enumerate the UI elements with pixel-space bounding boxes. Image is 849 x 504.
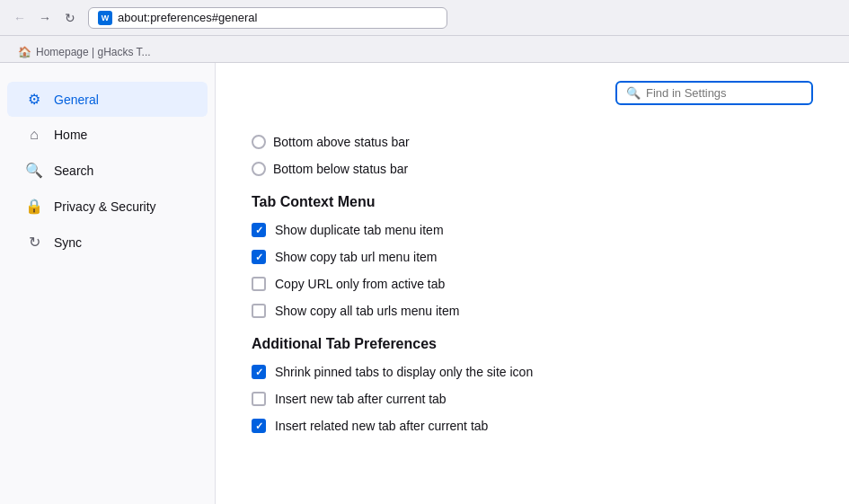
tab-label: Homepage | gHacks T... (36, 46, 151, 58)
checkbox-insert-new-tab-box[interactable] (252, 392, 266, 406)
checkbox-show-copy-url[interactable]: Show copy tab url menu item (252, 250, 813, 264)
browser-tab[interactable]: 🏠 Homepage | gHacks T... (9, 42, 160, 62)
checkbox-label-insert-related: Insert related new tab after current tab (275, 419, 488, 433)
address-bar[interactable]: W about:preferences#general (88, 7, 447, 29)
waterfox-logo: W (98, 11, 112, 25)
checkbox-copy-url-active-box[interactable] (252, 277, 266, 291)
checkbox-label-show-duplicate: Show duplicate tab menu item (275, 223, 444, 237)
sidebar-item-sync[interactable]: ↻ Sync (7, 225, 208, 260)
tab-context-menu-title: Tab Context Menu (252, 194, 813, 210)
checkbox-label-show-copy-url: Show copy tab url menu item (275, 250, 438, 264)
tab-bar: 🏠 Homepage | gHacks T... (0, 36, 849, 63)
sidebar-label-search: Search (54, 164, 93, 178)
sidebar-item-home[interactable]: ⌂ Home (7, 118, 208, 152)
checkbox-show-copy-url-box[interactable] (252, 250, 266, 264)
sidebar-item-search[interactable]: 🔍 Search (7, 153, 208, 188)
checkbox-label-copy-url-active: Copy URL only from active tab (275, 277, 445, 291)
checkbox-copy-url-active[interactable]: Copy URL only from active tab (252, 277, 813, 291)
checkbox-insert-related-box[interactable] (252, 419, 266, 433)
radio-option-bottom-above[interactable]: Bottom above status bar (252, 135, 813, 149)
main-layout: ⚙ General ⌂ Home 🔍 Search 🔒 Privacy & Se… (0, 63, 849, 504)
additional-tab-prefs-title: Additional Tab Preferences (252, 336, 813, 352)
back-button[interactable]: ← (9, 7, 31, 29)
sidebar-label-general: General (54, 93, 99, 107)
sidebar: ⚙ General ⌂ Home 🔍 Search 🔒 Privacy & Se… (0, 63, 216, 504)
find-search-icon: 🔍 (626, 86, 641, 100)
sidebar-item-privacy[interactable]: 🔒 Privacy & Security (7, 189, 208, 224)
checkbox-insert-related[interactable]: Insert related new tab after current tab (252, 419, 813, 433)
radio-bottom-below[interactable] (252, 162, 266, 176)
browser-chrome: ← → ↻ W about:preferences#general (0, 0, 849, 36)
sidebar-label-home: Home (54, 128, 87, 142)
tab-favicon-icon: 🏠 (18, 46, 31, 58)
checkbox-show-duplicate[interactable]: Show duplicate tab menu item (252, 223, 813, 237)
sidebar-item-general[interactable]: ⚙ General (7, 82, 208, 117)
lock-icon: 🔒 (25, 198, 43, 215)
settings-content: Bottom above status bar Bottom below sta… (252, 135, 813, 433)
forward-button[interactable]: → (34, 7, 56, 29)
checkbox-show-copy-all-box[interactable] (252, 304, 266, 318)
nav-buttons: ← → ↻ (9, 7, 81, 29)
radio-label-bottom-below: Bottom below status bar (273, 162, 408, 176)
sync-icon: ↻ (25, 234, 43, 251)
checkbox-label-show-copy-all: Show copy all tab urls menu item (275, 304, 459, 318)
reload-button[interactable]: ↻ (59, 7, 81, 29)
find-in-settings[interactable]: 🔍 (615, 81, 813, 105)
radio-bottom-above[interactable] (252, 135, 266, 149)
checkbox-insert-new-tab[interactable]: Insert new tab after current tab (252, 392, 813, 406)
address-text: about:preferences#general (118, 11, 257, 24)
radio-label-bottom-above: Bottom above status bar (273, 135, 410, 149)
checkbox-show-duplicate-box[interactable] (252, 223, 266, 237)
sidebar-label-privacy: Privacy & Security (54, 199, 156, 214)
checkbox-label-insert-new-tab: Insert new tab after current tab (275, 392, 447, 406)
checkbox-shrink-pinned-box[interactable] (252, 365, 266, 379)
checkbox-shrink-pinned[interactable]: Shrink pinned tabs to display only the s… (252, 365, 813, 379)
home-icon: ⌂ (25, 127, 43, 143)
find-settings-input[interactable] (646, 86, 802, 100)
content-area: 🔍 Bottom above status bar Bottom below s… (216, 63, 849, 504)
radio-option-bottom-below[interactable]: Bottom below status bar (252, 162, 813, 176)
search-icon: 🔍 (25, 162, 43, 179)
gear-icon: ⚙ (25, 91, 43, 108)
checkbox-show-copy-all[interactable]: Show copy all tab urls menu item (252, 304, 813, 318)
checkbox-label-shrink-pinned: Shrink pinned tabs to display only the s… (275, 365, 533, 379)
sidebar-label-sync: Sync (54, 235, 82, 250)
